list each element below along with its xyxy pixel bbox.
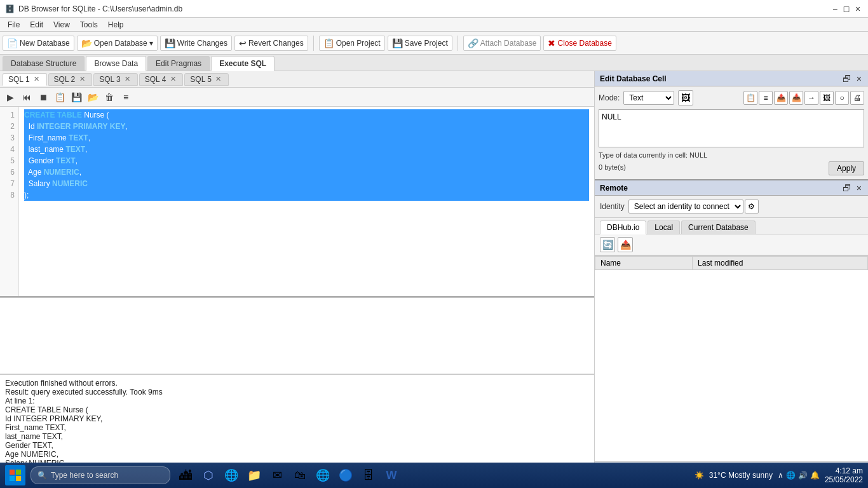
taskbar-word[interactable]: W xyxy=(381,465,402,485)
tab-edit-pragmas[interactable]: Edit Pragmas xyxy=(147,56,210,71)
volume-icon[interactable]: 🔊 xyxy=(798,471,808,480)
taskbar-store[interactable]: 🛍 xyxy=(290,465,310,485)
edit-cell-float-btn[interactable]: 🗗 xyxy=(841,74,853,84)
open-database-button[interactable]: 📂 Open Database ▾ xyxy=(77,36,158,51)
maximize-button[interactable]: □ xyxy=(841,4,851,14)
import-btn[interactable]: 📥 xyxy=(789,91,803,105)
mode-select[interactable]: Text Binary Null xyxy=(623,91,674,105)
taskbar-task-view[interactable]: ⬡ xyxy=(198,465,219,485)
print-btn[interactable]: 🖨 xyxy=(850,91,864,105)
network-icon[interactable]: 🌐 xyxy=(786,471,796,480)
tab-execute-sql[interactable]: Execute SQL xyxy=(211,56,275,71)
taskbar-clock[interactable]: 4:12 am 25/05/2022 xyxy=(825,466,863,484)
open-project-button[interactable]: 📋 Open Project xyxy=(319,36,385,51)
remote-subtab-current[interactable]: Current Database xyxy=(681,220,756,234)
taskbar-chrome[interactable]: 🌐 xyxy=(313,465,333,485)
sql-save-btn[interactable]: 💾 xyxy=(69,90,84,105)
sql-tab-3-label: SQL 3 xyxy=(99,75,121,84)
sql-explain-btn[interactable]: 📋 xyxy=(52,90,67,105)
cell-value-display[interactable]: NULL xyxy=(599,109,864,147)
start-button[interactable] xyxy=(5,465,25,485)
taskbar-db-browser[interactable]: 🗄 xyxy=(358,465,379,485)
remote-col-name: Name xyxy=(595,257,693,270)
sql-tab-1-close[interactable]: ✕ xyxy=(32,75,41,84)
remote-panel: Remote 🗗 × Identity Select an identity t… xyxy=(595,180,868,488)
edit-cell-content: Mode: Text Binary Null 🖼 📋 ≡ 📤 📥 → 🖼 xyxy=(595,86,868,179)
notification-icon[interactable]: 🔔 xyxy=(810,471,820,480)
circle-btn[interactable]: ○ xyxy=(835,91,849,105)
mode-row: Mode: Text Binary Null 🖼 📋 ≡ 📤 📥 → 🖼 xyxy=(599,90,864,105)
title-bar-controls: − □ × xyxy=(830,4,863,14)
identity-settings-btn[interactable]: ⚙ xyxy=(745,200,759,214)
arrow-btn[interactable]: → xyxy=(804,91,818,105)
sql-tab-1[interactable]: SQL 1 ✕ xyxy=(3,73,47,86)
sql-load-btn[interactable]: 📂 xyxy=(85,90,100,105)
sql-tab-3-close[interactable]: ✕ xyxy=(123,75,132,84)
menu-view[interactable]: View xyxy=(48,19,75,30)
minimize-button[interactable]: − xyxy=(830,4,840,14)
content-area: SQL 1 ✕ SQL 2 ✕ SQL 3 ✕ SQL 4 ✕ SQL 5 ✕ … xyxy=(0,71,868,488)
taskbar-search[interactable]: 🔍 Type here to search xyxy=(31,466,170,484)
svg-rect-0 xyxy=(10,470,15,475)
apply-button[interactable]: Apply xyxy=(829,161,864,175)
code-lines: CREATE TABLE Nurse ( Id INTEGER PRIMARY … xyxy=(19,107,594,296)
chevron-icon[interactable]: ∧ xyxy=(778,471,783,480)
image-btn[interactable]: 🖼 xyxy=(820,91,834,105)
identity-select[interactable]: Select an identity to connect xyxy=(628,200,743,214)
sql-tab-3[interactable]: SQL 3 ✕ xyxy=(93,73,138,86)
sql-tab-4[interactable]: SQL 4 ✕ xyxy=(139,73,184,86)
sql-tab-2[interactable]: SQL 2 ✕ xyxy=(48,73,93,86)
menu-help[interactable]: Help xyxy=(103,19,129,30)
remote-close-btn[interactable]: × xyxy=(855,183,863,193)
taskbar-center-icons: 🏙 ⬡ 🌐 📁 ✉ 🛍 🌐 🔵 🗄 W xyxy=(175,465,402,485)
sql-stop-btn[interactable]: ⏹ xyxy=(36,90,51,105)
search-icon: 🔍 xyxy=(37,471,47,480)
remote-float-btn[interactable]: 🗗 xyxy=(841,183,853,193)
tab-database-structure[interactable]: Database Structure xyxy=(3,56,85,71)
save-project-button[interactable]: 💾 Save Project xyxy=(388,36,452,51)
edit-cell-close-btn[interactable]: × xyxy=(855,74,863,84)
taskbar-chrome2[interactable]: 🔵 xyxy=(336,465,356,485)
menu-file[interactable]: File xyxy=(3,19,25,30)
open-database-label: Open Database xyxy=(94,39,147,48)
remote-refresh-btn[interactable]: 🔄 xyxy=(600,237,615,252)
close-database-button[interactable]: ✖ Close Database xyxy=(543,36,616,51)
taskbar-edge[interactable]: 🌐 xyxy=(221,465,241,485)
menu-tools[interactable]: Tools xyxy=(75,19,103,30)
sql-run-line-btn[interactable]: ▶ xyxy=(3,90,18,105)
sql-tab-4-close[interactable]: ✕ xyxy=(168,75,177,84)
sql-editor[interactable]: 1 2 3 4 5 6 7 8 CREATE TABLE Nurse ( Id … xyxy=(0,107,594,297)
taskbar-explorer[interactable]: 📁 xyxy=(244,465,264,485)
tab-browse-data[interactable]: Browse Data xyxy=(86,56,146,71)
mode-action-btn[interactable]: 🖼 xyxy=(678,90,693,105)
sql-tab-5-close[interactable]: ✕ xyxy=(214,75,223,84)
attach-database-button[interactable]: 🔗 Attach Database xyxy=(463,36,541,51)
taskbar: 🔍 Type here to search 🏙 ⬡ 🌐 📁 ✉ 🛍 🌐 🔵 xyxy=(0,463,868,488)
taskbar-cortana[interactable]: 🏙 xyxy=(175,465,196,485)
cell-info-row: Type of data currently in cell: NULL 0 b… xyxy=(599,151,864,175)
title-bar: 🗄️ DB Browser for SQLite - C:\Users\user… xyxy=(0,0,868,18)
export-btn[interactable]: 📤 xyxy=(774,91,788,105)
write-changes-button[interactable]: 💾 Write Changes xyxy=(160,36,232,51)
open-database-icon: 📂 xyxy=(81,38,92,48)
identity-row: Identity Select an identity to connect ⚙ xyxy=(595,196,868,218)
remote-subtab-local[interactable]: Local xyxy=(648,220,680,234)
new-database-button[interactable]: 📄 New Database xyxy=(3,36,74,51)
svg-rect-3 xyxy=(16,476,21,481)
sql-format-btn[interactable]: ≡ xyxy=(118,90,133,105)
write-changes-icon: 💾 xyxy=(165,38,175,48)
remote-upload-btn[interactable]: 📤 xyxy=(618,237,633,252)
main-toolbar: 📄 New Database 📂 Open Database ▾ 💾 Write… xyxy=(0,32,868,55)
copy-btn[interactable]: 📋 xyxy=(743,91,757,105)
code-line-8: ); xyxy=(24,189,589,201)
sql-run-all-btn[interactable]: ⏮ xyxy=(19,90,34,105)
remote-subtab-dbhub[interactable]: DBHub.io xyxy=(600,220,646,234)
taskbar-mail[interactable]: ✉ xyxy=(267,465,287,485)
revert-changes-button[interactable]: ↩ Revert Changes xyxy=(234,36,308,51)
sql-tab-5[interactable]: SQL 5 ✕ xyxy=(184,73,229,86)
menu-edit[interactable]: Edit xyxy=(25,19,48,30)
list-btn[interactable]: ≡ xyxy=(759,91,773,105)
close-button[interactable]: × xyxy=(853,4,863,14)
sql-tab-2-close[interactable]: ✕ xyxy=(78,75,86,84)
sql-clear-btn[interactable]: 🗑 xyxy=(102,90,117,105)
